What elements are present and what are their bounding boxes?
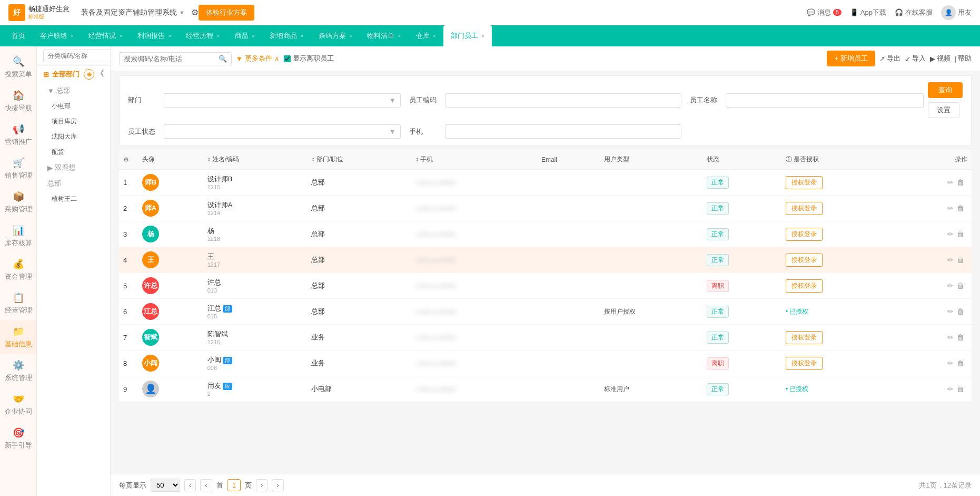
dept-select[interactable]: ▼ <box>164 93 401 108</box>
edit-button[interactable]: ✏ <box>947 281 954 290</box>
prev-page-button[interactable]: ‹ <box>200 479 212 491</box>
tab-home[interactable]: 首页 <box>4 25 33 46</box>
close-icon[interactable]: × <box>168 33 171 39</box>
reset-button[interactable]: 设置 <box>928 102 959 118</box>
tab-barcode[interactable]: 条码方案× <box>311 25 360 46</box>
tab-employees[interactable]: 部门员工× <box>443 25 492 46</box>
auth-login-button[interactable]: 授权登录 <box>786 202 823 215</box>
tab-history[interactable]: 经营历程× <box>179 25 227 46</box>
gear-icon[interactable]: ⚙ <box>191 7 199 17</box>
edit-button[interactable]: ✏ <box>947 230 954 238</box>
import-button[interactable]: ↙ 导入 <box>905 54 926 63</box>
auth-login-button[interactable]: 授权登录 <box>786 254 823 267</box>
col-name[interactable]: ↕ 姓名/编码 <box>203 150 308 170</box>
last-page-button[interactable]: › <box>272 479 283 491</box>
close-icon[interactable]: × <box>398 33 401 39</box>
close-icon[interactable]: × <box>119 33 122 39</box>
show-resigned-checkbox[interactable] <box>284 55 291 62</box>
edit-button[interactable]: ✏ <box>947 256 954 264</box>
sidebar-item-collab[interactable]: 🤝 企业协同 <box>0 388 36 422</box>
edit-button[interactable]: ✏ <box>947 178 954 187</box>
more-filter-button[interactable]: ▼ 更多条件 ∧ <box>236 54 280 63</box>
sidebar-item-finance[interactable]: 💰 资金管理 <box>0 253 36 287</box>
export-button[interactable]: ↗ 导出 <box>879 54 900 63</box>
delete-button[interactable]: 🗑 <box>957 178 964 187</box>
add-employee-button[interactable]: + 新增员工 <box>827 51 875 66</box>
sidebar-item-nav[interactable]: 🏠 快捷导航 <box>0 84 36 118</box>
sidebar-item-sales[interactable]: 🛒 销售管理 <box>0 152 36 186</box>
close-icon[interactable]: × <box>300 33 303 39</box>
tab-bom[interactable]: 物料清单× <box>360 25 408 46</box>
sidebar-item-system[interactable]: ⚙️ 系统管理 <box>0 354 36 388</box>
search-input[interactable] <box>124 55 219 63</box>
close-icon[interactable]: × <box>433 33 436 39</box>
dept-sub-xiaodibu[interactable]: 小电部 <box>41 99 110 114</box>
tab-goods[interactable]: 商品× <box>227 25 262 46</box>
sidebar-item-purchase[interactable]: 📦 采购管理 <box>0 186 36 219</box>
auth-login-button[interactable]: 授权登录 <box>786 331 823 344</box>
dept-sub-xiangmu[interactable]: 项目库房 <box>41 114 110 129</box>
edit-button[interactable]: ✏ <box>947 385 954 393</box>
tab-profit[interactable]: 利润报告× <box>130 25 179 46</box>
tab-customer[interactable]: 客户联络× <box>33 25 81 46</box>
view-button[interactable]: ▶ 视频 <box>930 54 951 63</box>
edit-button[interactable]: ✏ <box>947 333 954 342</box>
sidebar-item-marketing[interactable]: 📢 营销推广 <box>0 118 36 152</box>
app-download-button[interactable]: 📱 App下载 <box>850 8 886 17</box>
delete-button[interactable]: 🗑 <box>957 359 964 367</box>
per-page-select[interactable]: 50 20 100 <box>151 479 180 492</box>
dept-sub-shenyang[interactable]: 沈阳大库 <box>41 129 110 144</box>
help-button[interactable]: | 帮助 <box>955 54 972 63</box>
online-service-button[interactable]: 🎧 在线客服 <box>895 8 933 17</box>
delete-button[interactable]: 🗑 <box>957 204 964 212</box>
col-dept[interactable]: ↕ 部门/职位 <box>307 150 411 170</box>
next-page-button[interactable]: › <box>256 479 268 491</box>
message-button[interactable]: 💬 消息 5 <box>807 8 842 17</box>
dept-search-input[interactable] <box>43 50 111 62</box>
delete-button[interactable]: 🗑 <box>957 281 964 290</box>
sidebar-item-basic[interactable]: 📁 基础信息 <box>0 320 36 354</box>
all-dept-header[interactable]: ⊞ 全部部门 ⊕ 《 <box>37 66 110 83</box>
close-icon[interactable]: × <box>71 33 74 39</box>
emp-name-input[interactable] <box>726 93 924 108</box>
sidebar-item-inventory[interactable]: 📊 库存核算 <box>0 219 36 253</box>
col-phone[interactable]: ↕ 手机 <box>411 150 537 170</box>
emp-code-input[interactable] <box>445 93 682 108</box>
delete-button[interactable]: 🗑 <box>957 333 964 342</box>
sidebar-item-guide[interactable]: 🎯 新手引导 <box>0 422 36 455</box>
sidebar-item-business[interactable]: 📋 经营管理 <box>0 287 36 320</box>
query-button[interactable]: 查询 <box>928 82 963 98</box>
edit-button[interactable]: ✏ <box>947 204 954 212</box>
search-icon[interactable]: 🔍 <box>219 55 227 63</box>
show-resigned-toggle[interactable]: 显示离职员工 <box>284 54 334 63</box>
close-icon-active[interactable]: × <box>481 33 484 39</box>
status-select[interactable]: ▼ <box>164 124 401 139</box>
user-menu[interactable]: 👤 用友 <box>941 5 972 20</box>
delete-button[interactable]: 🗑 <box>957 385 964 393</box>
auth-login-button[interactable]: 授权登录 <box>786 279 823 293</box>
dropdown-arrow-icon[interactable]: ▼ <box>179 9 185 16</box>
edit-button[interactable]: ✏ <box>947 307 954 316</box>
auth-login-button[interactable]: 授权登录 <box>786 228 823 241</box>
current-page-button[interactable]: 1 <box>227 479 241 491</box>
close-icon[interactable]: × <box>216 33 220 39</box>
close-icon[interactable]: × <box>252 33 255 39</box>
delete-button[interactable]: 🗑 <box>957 230 964 238</box>
phone-input[interactable] <box>445 124 682 139</box>
sidebar-item-search[interactable]: 🔍 搜索菜单 <box>0 51 36 84</box>
edit-button[interactable]: ✏ <box>947 359 954 367</box>
tab-new-goods[interactable]: 新增商品× <box>262 25 311 46</box>
dept-sub-zhishu[interactable]: 植树王二 <box>41 191 110 207</box>
first-page-button[interactable]: ‹ <box>184 479 196 491</box>
col-settings[interactable]: ⚙ <box>119 150 138 170</box>
trial-button[interactable]: 体验行业方案 <box>199 5 254 21</box>
delete-button[interactable]: 🗑 <box>957 307 964 316</box>
tab-operation[interactable]: 经营情况× <box>81 25 130 46</box>
delete-button[interactable]: 🗑 <box>957 256 964 264</box>
auth-login-button[interactable]: 授权登录 <box>786 357 823 370</box>
tab-warehouse[interactable]: 仓库× <box>409 25 443 46</box>
close-icon[interactable]: × <box>349 33 352 39</box>
add-dept-icon[interactable]: ⊕ <box>84 69 94 80</box>
dept-sub-peihuo[interactable]: 配货 <box>41 144 110 160</box>
collapse-icon[interactable]: 《 <box>96 69 104 80</box>
